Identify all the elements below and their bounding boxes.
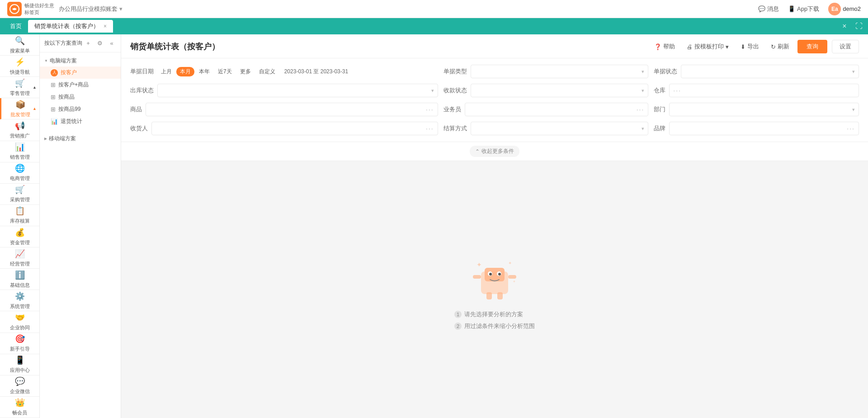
scheme-group-pc: ▼ 电脑端方案 人 按客户 ⊞ 按客户+商品 ⊞ 按商品 ⊞ 按商品99 (40, 52, 121, 130)
scheme-add-button[interactable]: + (84, 39, 93, 48)
stock-status-select[interactable]: ▾ (157, 84, 438, 97)
filter-row-1: 单据日期 上月 本月 本年 近7天 更多 自定义 2023-03-01 至 20… (130, 65, 859, 78)
scheme-item-returns[interactable]: 📊 退货统计 (40, 115, 121, 128)
cooperation-icon: 🤝 (15, 313, 25, 323)
refresh-button[interactable]: ↻ 刷新 (767, 41, 793, 52)
scheme-returns-icon: 📊 (51, 118, 58, 125)
export-label: 导出 (747, 43, 759, 51)
sidebar-item-inventory[interactable]: 📋 库存核算 (0, 205, 39, 226)
scheme-goods-label: 按商品 (58, 93, 75, 101)
filter-row-4: 收货人 ··· 结算方式 ▾ 品牌 (130, 122, 859, 135)
sidebar-item-search[interactable]: 🔍 搜索菜单 (0, 34, 39, 56)
doc-type-label: 单据类型 (443, 67, 467, 76)
user-area[interactable]: Ea demo2 (828, 3, 861, 15)
filter-item-receiver: 收货人 ··· (130, 122, 438, 135)
empty-tip-1: 1 请先选择要分析的方案 (454, 310, 535, 318)
settings-button[interactable]: 设置 (832, 40, 859, 53)
scheme-goods99-icon: ⊞ (51, 106, 56, 113)
scheme-panel-header: 按以下方案查询 + ⚙ « (40, 34, 121, 52)
message-button[interactable]: 💬 消息 (758, 5, 779, 13)
sidebar-item-system[interactable]: ⚙️ 系统管理 (0, 290, 39, 311)
filter-item-department: 部门 ▾ (654, 103, 859, 116)
filter-item-goods: 商品 ··· (130, 103, 438, 116)
sidebar-item-operations[interactable]: 📈 经营管理 (0, 247, 39, 269)
salesperson-select[interactable]: ··· (465, 103, 649, 116)
scheme-customer-goods-icon: ⊞ (51, 81, 56, 88)
scheme-group-mobile-title[interactable]: ▶ 移动端方案 (40, 133, 121, 144)
sidebar-item-newbie[interactable]: 🎯 新手引导 (0, 333, 39, 354)
warehouse-select[interactable]: ··· (669, 84, 859, 97)
sidebar-item-finance[interactable]: 💰 资金管理 (0, 226, 39, 247)
date-tab-last-month[interactable]: 上月 (157, 67, 175, 76)
scheme-group-pc-title[interactable]: ▼ 电脑端方案 (40, 55, 121, 66)
page-content: 按以下方案查询 + ⚙ « ▼ 电脑端方案 人 按客户 ⊞ 按客户 (40, 34, 868, 418)
logo-text: 畅捷信好生意 标签页 (24, 2, 54, 15)
help-button[interactable]: ❓ 帮助 (651, 41, 679, 52)
scheme-collapse-button[interactable]: « (107, 39, 116, 48)
scheme-item-by-customer-goods[interactable]: ⊞ 按客户+商品 (40, 79, 121, 91)
ecommerce-icon: 🌐 (15, 163, 25, 173)
app-download-icon: 📱 (788, 5, 795, 12)
scheme-item-by-goods99[interactable]: ⊞ 按商品99 (40, 103, 121, 115)
scheme-settings-button[interactable]: ⚙ (95, 39, 104, 48)
date-tab-7days[interactable]: 近7天 (214, 67, 236, 76)
sidebar-item-sales[interactable]: 📊 销售管理 (0, 141, 39, 162)
sidebar-item-ecommerce[interactable]: 🌐 电商管理 (0, 162, 39, 184)
sidebar-item-purchase[interactable]: 🛒 采购管理 (0, 184, 39, 205)
brand-select[interactable]: ··· (669, 122, 859, 135)
company-name: 办公用品行业模拟账套 (59, 5, 118, 13)
query-button[interactable]: 查询 (797, 40, 827, 53)
sidebar-item-basics[interactable]: ℹ️ 基础信息 (0, 269, 39, 290)
warehouse-label: 仓库 (654, 86, 665, 95)
svg-rect-2 (485, 268, 505, 281)
sidebar-item-appcenter[interactable]: 📱 应用中心 (0, 354, 39, 375)
export-button[interactable]: ⬇ 导出 (737, 41, 763, 52)
app-download-button[interactable]: 📱 App下载 (788, 5, 819, 13)
date-tab-more[interactable]: 更多 (236, 67, 255, 76)
date-tab-this-year[interactable]: 本年 (195, 67, 213, 76)
scheme-item-by-goods[interactable]: ⊞ 按商品 (40, 91, 121, 103)
department-select[interactable]: ▾ (669, 103, 859, 116)
sidebar-retail-label: 零售管理 (10, 90, 30, 97)
tab-sales-stats[interactable]: 销货单统计表（按客户） × (28, 20, 113, 33)
scheme-item-by-customer[interactable]: 人 按客户 (40, 66, 121, 79)
sidebar-item-member[interactable]: 👑 畅会员 (0, 397, 39, 418)
sidebar-finance-label: 资金管理 (10, 239, 30, 246)
sidebar-item-quicknav[interactable]: ⚡ 快捷导航 (0, 56, 39, 77)
doc-status-label: 单据状态 (654, 67, 677, 76)
logo-area: 畅捷信好生意 标签页 (7, 2, 54, 16)
settlement-select[interactable]: ▾ (471, 122, 649, 135)
sidebar-item-marketing[interactable]: 📢 营销推广 (0, 119, 39, 141)
payment-status-select[interactable]: ▾ (471, 84, 649, 97)
date-tab-custom[interactable]: 自定义 (255, 67, 279, 76)
goods-select[interactable]: ··· (146, 103, 438, 116)
collapse-button[interactable]: ⌃ 收起更多条件 (470, 146, 519, 157)
fullscreen-button[interactable]: ⛶ (854, 21, 864, 32)
operations-icon: 📈 (15, 249, 25, 259)
doc-type-select[interactable]: ▾ (471, 65, 649, 78)
refresh-icon: ↻ (771, 43, 776, 50)
tip-num-1: 1 (454, 311, 462, 318)
sidebar-item-retail[interactable]: 🛒 零售管理 (0, 77, 39, 98)
sidebar-item-wholesale[interactable]: 📦 批发管理 (0, 98, 39, 119)
date-controls: 上月 本月 本年 近7天 更多 自定义 2023-03-01 至 2023-03… (157, 67, 438, 76)
chevron-down-icon[interactable]: ▾ (119, 5, 123, 12)
scheme-customer-label: 按客户 (61, 69, 77, 76)
close-all-tab-button[interactable]: × (839, 21, 850, 32)
tab-home[interactable]: 首页 (4, 20, 28, 33)
refresh-label: 刷新 (778, 43, 789, 51)
doc-status-select[interactable]: ▾ (681, 65, 859, 78)
tab-close-icon[interactable]: × (104, 23, 107, 29)
date-tab-this-month[interactable]: 本月 (176, 67, 194, 76)
print-button[interactable]: 🖨 按模板打印 ▾ (683, 41, 732, 52)
sales-icon: 📊 (15, 142, 25, 152)
sidebar-item-corpwechat[interactable]: 💬 企业微信 (0, 375, 39, 397)
sidebar-marketing-label: 营销推广 (10, 133, 30, 139)
app-download-label: App下载 (797, 5, 819, 13)
sidebar-item-cooperation[interactable]: 🤝 企业协同 (0, 311, 39, 332)
receiver-select[interactable]: ··· (151, 122, 438, 135)
sales-stats-tab-label: 销货单统计表（按客户） (34, 22, 99, 30)
doc-status-chevron-icon: ▾ (852, 69, 855, 75)
sidebar-sales-label: 销售管理 (10, 154, 30, 161)
tab-bar-actions: × ⛶ (839, 21, 864, 32)
